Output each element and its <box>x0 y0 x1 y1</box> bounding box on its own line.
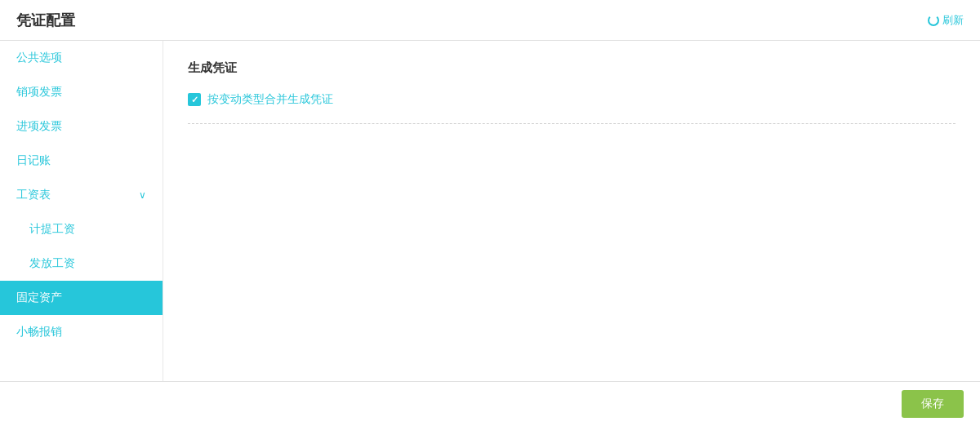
divider <box>188 123 956 124</box>
sidebar-item-label: 销项发票 <box>16 85 62 100</box>
sidebar-item-expense-reimbursement[interactable]: 小畅报销 <box>0 315 163 349</box>
main-body: 公共选项销项发票进项发票日记账工资表∨计提工资发放工资固定资产小畅报销 生成凭证… <box>0 41 980 381</box>
header: 凭证配置 刷新 <box>0 0 980 41</box>
chevron-down-icon: ∨ <box>139 189 146 201</box>
refresh-icon <box>928 15 939 26</box>
sidebar-item-pay-payroll[interactable]: 发放工资 <box>0 246 163 281</box>
section-title: 生成凭证 <box>188 60 956 76</box>
sidebar-item-sales-invoice[interactable]: 销项发票 <box>0 75 163 109</box>
page-title: 凭证配置 <box>16 11 75 30</box>
sidebar-item-label: 公共选项 <box>16 51 62 65</box>
content-area: 生成凭证 按变动类型合并生成凭证 <box>163 41 980 381</box>
merge-checkbox[interactable] <box>188 93 201 106</box>
sidebar-item-label: 计提工资 <box>29 222 75 237</box>
save-button[interactable]: 保存 <box>902 390 964 418</box>
sidebar-item-fixed-assets[interactable]: 固定资产 <box>0 281 163 315</box>
checkbox-label: 按变动类型合并生成凭证 <box>207 92 333 107</box>
sidebar: 公共选项销项发票进项发票日记账工资表∨计提工资发放工资固定资产小畅报销 <box>0 41 163 381</box>
sidebar-item-payroll-table[interactable]: 工资表∨ <box>0 178 163 212</box>
sidebar-item-purchase-invoice[interactable]: 进项发票 <box>0 109 163 144</box>
sidebar-item-journal[interactable]: 日记账 <box>0 144 163 178</box>
sidebar-item-label: 日记账 <box>16 153 51 168</box>
sidebar-item-label: 工资表 <box>16 188 51 202</box>
checkbox-row[interactable]: 按变动类型合并生成凭证 <box>188 92 956 107</box>
sidebar-item-label: 小畅报销 <box>16 325 62 339</box>
sidebar-item-label: 固定资产 <box>16 291 62 305</box>
refresh-button[interactable]: 刷新 <box>928 13 964 28</box>
sidebar-item-label: 进项发票 <box>16 119 62 134</box>
sidebar-item-calc-payroll[interactable]: 计提工资 <box>0 212 163 246</box>
footer: 保存 <box>0 381 980 426</box>
sidebar-item-label: 发放工资 <box>29 256 75 271</box>
refresh-label: 刷新 <box>942 13 964 28</box>
sidebar-item-public-options[interactable]: 公共选项 <box>0 41 163 75</box>
